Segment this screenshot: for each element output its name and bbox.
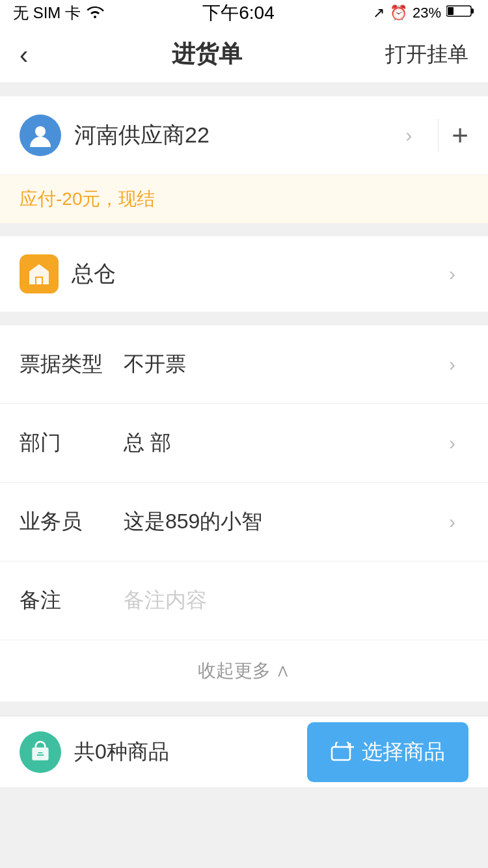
supplier-row[interactable]: 河南供应商22 › +: [0, 96, 488, 175]
product-count: 共0种商品: [74, 738, 307, 766]
warehouse-row[interactable]: 总仓 ›: [0, 236, 488, 312]
svg-rect-7: [38, 752, 42, 753]
remark-placeholder: 备注内容: [124, 586, 468, 615]
collapse-button[interactable]: 收起更多 ∧: [0, 640, 488, 701]
divider: [438, 119, 439, 152]
supplier-avatar: [20, 115, 61, 156]
wifi-icon: [86, 4, 104, 22]
salesperson-value: 这是859的小智: [124, 508, 449, 536]
svg-rect-2: [448, 7, 454, 15]
salesperson-chevron-icon: ›: [449, 511, 455, 533]
alarm-icon: ⏰: [390, 5, 407, 21]
notice-text: 应付-20元，现结: [20, 189, 155, 209]
sim-signal: 无 SIM 卡: [13, 3, 81, 23]
location-icon: ↗: [373, 5, 385, 21]
back-button[interactable]: ‹: [20, 42, 28, 68]
ticket-type-chevron-icon: ›: [449, 353, 455, 375]
section-gap-3: [0, 312, 488, 325]
status-right: ↗ ⏰ 23%: [373, 4, 475, 22]
svg-point-3: [35, 126, 46, 137]
warehouse-chevron-icon: ›: [449, 263, 455, 285]
svg-rect-9: [332, 747, 350, 760]
form-section: 票据类型 不开票 › 部门 总 部 › 业务员 这是859的小智 › 备注 备注…: [0, 325, 488, 701]
open-pending-button[interactable]: 打开挂单: [385, 40, 468, 69]
svg-rect-5: [36, 278, 42, 284]
status-time: 下午6:04: [202, 1, 275, 25]
department-label: 部门: [20, 429, 124, 457]
salesperson-label: 业务员: [20, 508, 124, 536]
page-title: 进货单: [172, 38, 242, 70]
ticket-type-value: 不开票: [124, 350, 449, 379]
supplier-name: 河南供应商22: [74, 120, 405, 150]
warehouse-name: 总仓: [72, 259, 449, 289]
remark-row[interactable]: 备注 备注内容: [0, 561, 488, 640]
svg-rect-8: [37, 754, 44, 755]
section-gap-1: [0, 83, 488, 96]
status-bar: 无 SIM 卡 下午6:04 ↗ ⏰ 23%: [0, 0, 488, 26]
department-value: 总 部: [124, 429, 449, 457]
bottom-bar: 共0种商品 选择商品: [0, 716, 488, 787]
select-product-label: 选择商品: [362, 738, 445, 766]
svg-rect-1: [471, 8, 474, 14]
salesperson-row[interactable]: 业务员 这是859的小智 ›: [0, 482, 488, 561]
section-gap-2: [0, 223, 488, 236]
nav-bar: ‹ 进货单 打开挂单: [0, 26, 488, 83]
ticket-type-label: 票据类型: [20, 350, 124, 379]
department-chevron-icon: ›: [449, 432, 455, 454]
supplier-section: 河南供应商22 › + 应付-20元，现结: [0, 96, 488, 223]
background-area: [0, 787, 488, 868]
add-supplier-button[interactable]: +: [452, 121, 468, 150]
cart-icon: [331, 742, 354, 763]
status-left: 无 SIM 卡: [13, 3, 104, 23]
battery-text: 23%: [413, 5, 441, 21]
warehouse-section: 总仓 ›: [0, 236, 488, 312]
battery-icon: [446, 4, 475, 22]
ticket-type-row[interactable]: 票据类型 不开票 ›: [0, 325, 488, 403]
notice-bar: 应付-20元，现结: [0, 175, 488, 223]
remark-label: 备注: [20, 586, 124, 615]
department-row[interactable]: 部门 总 部 ›: [0, 403, 488, 482]
supplier-chevron-icon: ›: [405, 124, 412, 146]
select-product-button[interactable]: 选择商品: [307, 722, 468, 782]
svg-rect-6: [32, 747, 48, 760]
section-gap-4: [0, 701, 488, 714]
product-icon: [20, 731, 61, 773]
collapse-label: 收起更多 ∧: [198, 660, 291, 681]
warehouse-icon: [20, 254, 59, 293]
